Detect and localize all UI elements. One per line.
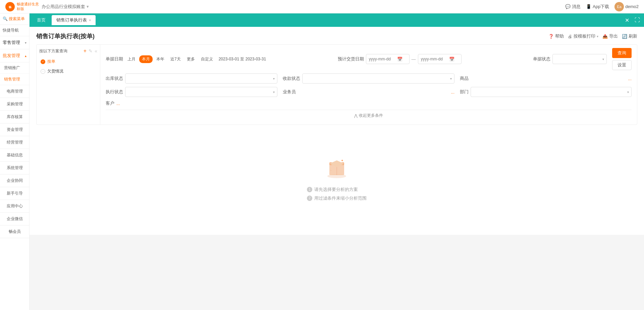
collection-status-select[interactable] — [302, 73, 454, 84]
main-layout: 🔍 搜索菜单 快捷导航 零售管理 ▾ 批发管理 ▴ 营销推广 销售管理 电商管理… — [0, 13, 644, 310]
sidebar-search[interactable]: 🔍 搜索菜单 — [0, 13, 29, 25]
sidebar-item-management[interactable]: 经营管理 — [0, 136, 29, 149]
page-title: 销售订单执行表(按单) — [36, 32, 95, 40]
sidebar-item-marketing[interactable]: 营销推广 — [0, 62, 29, 74]
calendar-to-icon: 📅 — [449, 57, 454, 62]
collapse-more-btn[interactable]: ⋀ 收起更多条件 — [106, 110, 632, 121]
settings-btn[interactable]: 设置 — [612, 60, 632, 70]
sidebar-item-inventory[interactable]: 库存核算 — [0, 111, 29, 123]
date-range-text: 2023-03-01 至 2023-03-31 — [219, 56, 266, 62]
sidebar-item-ecommerce[interactable]: 电商管理 — [0, 85, 29, 98]
empty-illustration: ✦ ~ — [323, 154, 350, 181]
btn-more-date[interactable]: 更多 — [184, 55, 197, 63]
expected-date-from[interactable] — [369, 57, 396, 61]
scheme-panel: 按以下方案查询 + ✎ « ✓ 按单 ○ — [37, 45, 100, 124]
page-title-row: 销售订单执行表(按单) ❓ 帮助 🖨 按模板打印 ▾ 📤 — [36, 32, 637, 40]
retail-chevron: ▾ — [25, 41, 26, 45]
search-icon: 🔍 — [3, 16, 8, 21]
filter-fields: 单据日期 上月 本月 本年 近7天 更多 自定义 2023-03-01 至 20… — [100, 45, 637, 124]
tab-bar: 首页 销售订单执行表 × ✕ ⛶ — [30, 13, 644, 27]
scheme-dot-active: ✓ — [41, 59, 45, 64]
scheme-actions: + ✎ « — [84, 48, 97, 54]
export-icon: 📤 — [602, 34, 608, 39]
outbound-status-label: 出库状态 — [106, 75, 123, 82]
order-status-select[interactable] — [552, 54, 607, 64]
dept-group: 部门 ▾ — [460, 87, 632, 97]
help-btn[interactable]: ❓ 帮助 — [548, 33, 564, 39]
sidebar-item-wholesale[interactable]: 批发管理 ▴ — [0, 49, 29, 62]
sidebar-item-retail[interactable]: 零售管理 ▾ — [0, 36, 29, 49]
dept-select[interactable] — [471, 87, 632, 97]
empty-state: ✦ ~ 1 请先选择要分析的方案 2 用过滤条件来缩小分析范围 — [36, 127, 637, 229]
sidebar-quick-nav[interactable]: 快捷导航 — [0, 25, 29, 36]
filter-row-3: 执行状态 ▾ 业务员 ... — [106, 87, 632, 97]
edit-scheme-btn[interactable]: ✎ — [89, 48, 93, 54]
btn-this-year[interactable]: 本年 — [154, 55, 167, 63]
refresh-icon: 🔄 — [622, 34, 627, 39]
outbound-status-select[interactable] — [125, 73, 277, 84]
logo-area: 畅 畅捷通好生意 标版 — [5, 2, 39, 11]
breadcrumb: 办公用品行业模拟账套 ▾ — [42, 4, 89, 10]
export-btn[interactable]: 📤 导出 — [602, 33, 618, 39]
print-btn[interactable]: 🖨 按模板打印 ▾ — [568, 33, 598, 39]
sidebar-item-finance[interactable]: 资金管理 — [0, 123, 29, 136]
salesman-more-btn[interactable]: ... — [451, 90, 454, 95]
sidebar-item-wxwork[interactable]: 企业微信 — [0, 213, 29, 225]
salesman-group: 业务员 ... — [283, 89, 454, 95]
sidebar-item-newuser[interactable]: 新手引导 — [0, 187, 29, 200]
sidebar-item-member[interactable]: 畅会员 — [0, 225, 29, 238]
sidebar-item-appcenter[interactable]: 应用中心 — [0, 200, 29, 213]
tip-num-1: 1 — [307, 187, 312, 192]
outbound-status-group: 出库状态 ▾ — [106, 73, 277, 84]
sidebar-item-purchase[interactable]: 采购管理 — [0, 98, 29, 111]
filter-row-2: 出库状态 ▾ 收款状态 ▾ — [106, 73, 632, 84]
goods-more-btn[interactable]: ... — [628, 76, 632, 81]
btn-prev-month[interactable]: 上月 — [125, 55, 138, 63]
exec-status-select[interactable] — [125, 87, 277, 97]
user-area[interactable]: Ea demo2 — [614, 2, 639, 11]
sidebar-item-system[interactable]: 系统管理 — [0, 162, 29, 174]
add-scheme-btn[interactable]: + — [84, 48, 87, 54]
btn-recent-7[interactable]: 近7天 — [168, 55, 183, 63]
app-download-btn[interactable]: 📱 App下载 — [586, 4, 609, 10]
btn-custom-date[interactable]: 自定义 — [199, 55, 215, 63]
btn-current-month[interactable]: 本月 — [139, 55, 153, 63]
expected-date-to[interactable] — [421, 57, 448, 61]
scheme-item-backorder[interactable]: ○ 欠货情况 — [39, 66, 97, 76]
exec-status-label: 执行状态 — [106, 89, 123, 95]
customer-more-btn[interactable]: ... — [116, 101, 120, 106]
window-expand-btn[interactable]: ⛶ — [633, 16, 641, 24]
scheme-item-by-order[interactable]: ✓ 按单 — [39, 57, 97, 66]
sidebar-item-sales[interactable]: 销售管理 — [0, 74, 29, 85]
breadcrumb-text: 办公用品行业模拟账套 — [42, 4, 85, 10]
tab-home[interactable]: 首页 — [32, 15, 50, 25]
sidebar-item-enterprise[interactable]: 企业协同 — [0, 174, 29, 187]
collapse-icon: ⋀ — [354, 113, 358, 118]
avatar: Ea — [614, 2, 624, 11]
breadcrumb-arrow[interactable]: ▾ — [87, 4, 89, 9]
empty-tip-1: 1 请先选择要分析的方案 — [307, 185, 367, 194]
svg-text:✦: ✦ — [341, 159, 343, 162]
expected-date-group: 预计交货日期 📅 — 📅 — [338, 54, 462, 64]
message-btn[interactable]: 💬 消息 — [565, 4, 581, 10]
window-close-btn[interactable]: ✕ — [624, 16, 631, 24]
tab-bar-left: 首页 销售订单执行表 × — [32, 15, 96, 25]
page-inner: 销售订单执行表(按单) ❓ 帮助 🖨 按模板打印 ▾ 📤 — [30, 27, 644, 235]
refresh-btn[interactable]: 🔄 刷新 — [622, 33, 637, 39]
svg-text:畅: 畅 — [9, 6, 11, 9]
page-actions: ❓ 帮助 🖨 按模板打印 ▾ 📤 导出 🔄 — [548, 33, 637, 39]
order-status-label: 单据状态 — [533, 56, 550, 62]
collapse-scheme-btn[interactable]: « — [95, 48, 97, 54]
query-btn[interactable]: 查询 — [612, 48, 632, 58]
query-settings-btns: 查询 设置 — [612, 48, 632, 70]
scheme-label: 按以下方案查询 — [39, 48, 67, 54]
collection-status-label: 收款状态 — [283, 75, 300, 82]
tip-num-2: 2 — [307, 196, 312, 201]
date-field-group: 单据日期 上月 本月 本年 近7天 更多 自定义 2023-03-01 至 20… — [106, 55, 266, 63]
exec-status-group: 执行状态 ▾ — [106, 87, 277, 97]
tab-sales-execution[interactable]: 销售订单执行表 × — [52, 15, 96, 25]
help-icon: ❓ — [548, 34, 554, 39]
empty-tips: 1 请先选择要分析的方案 2 用过滤条件来缩小分析范围 — [307, 185, 367, 203]
tab-close-icon[interactable]: × — [89, 18, 91, 22]
sidebar-item-basicinfo[interactable]: 基础信息 — [0, 149, 29, 162]
